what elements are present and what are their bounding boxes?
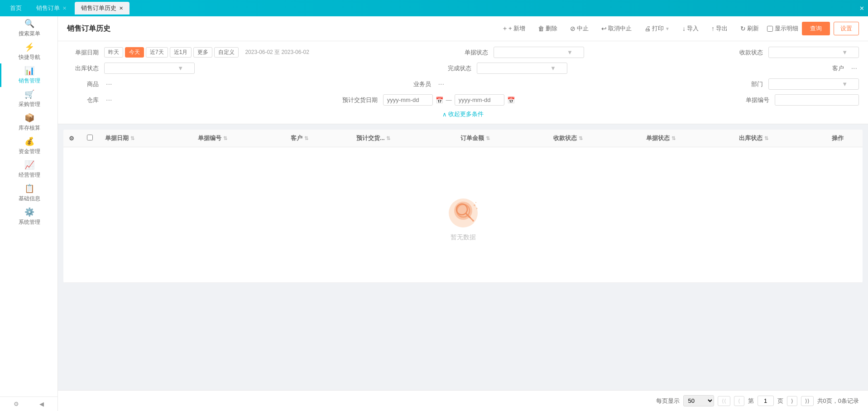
top-right-actions: ✕ — [859, 5, 864, 12]
date-btn-yesterday[interactable]: 昨天 — [104, 47, 123, 58]
col-outbound-status-sort-icon[interactable]: ⇅ — [764, 135, 768, 141]
col-order-no-sort-icon[interactable]: ⇅ — [223, 135, 227, 141]
query-button[interactable]: 查询 — [802, 22, 830, 35]
warehouse-dotted-btn[interactable]: ··· — [104, 96, 114, 104]
stop-button[interactable]: ⊘ 中止 — [566, 23, 593, 34]
tab-sales-order-close[interactable]: ✕ — [62, 5, 67, 11]
page-size-select[interactable]: 50 10 20 100 — [683, 395, 714, 406]
table-header-row: ⚙ 单据日期 ⇅ 单据编号 ⇅ — [63, 130, 863, 147]
purchase-mgmt-icon: 🛒 — [24, 89, 34, 99]
top-bar: 首页 销售订单 ✕ 销售订单历史 ✕ ✕ — [0, 0, 868, 16]
sidebar-item-operations[interactable]: 📈 经营管理 — [0, 158, 58, 181]
department-label: 部门 — [731, 80, 763, 88]
date-btn-today[interactable]: 今天 — [125, 47, 144, 58]
date-btn-7days[interactable]: 近7天 — [146, 47, 168, 58]
new-button[interactable]: ＋ + 新增 — [497, 23, 530, 34]
date-btn-1month[interactable]: 近1月 — [170, 47, 192, 58]
first-page-button[interactable]: ⟨⟨ — [718, 396, 730, 406]
customer-dotted-btn[interactable]: ··· — [849, 64, 859, 73]
col-checkbox — [82, 130, 100, 147]
finance-icon: 💰 — [24, 136, 34, 146]
sales-mgmt-icon: 📊 — [24, 66, 34, 76]
print-button[interactable]: 🖨 打印 ▼ — [640, 23, 674, 34]
filter-row-warehouse: 仓库 ··· 预计交货日期 📅 — 📅 单据编号 — [67, 94, 859, 106]
select-all-checkbox[interactable] — [87, 135, 93, 140]
import-icon: ↓ — [682, 25, 686, 32]
refresh-button[interactable]: ↻ 刷新 — [736, 23, 763, 34]
delivery-date-start-input[interactable] — [383, 94, 433, 106]
tab-home[interactable]: 首页 — [4, 2, 28, 15]
date-btn-more[interactable]: 更多 — [193, 47, 212, 58]
sidebar-item-finance[interactable]: 💰 资金管理 — [0, 134, 58, 158]
filter-area: 单据日期 昨天 今天 近7天 近1月 更多 自定义 2023-06-02 至 2… — [58, 41, 868, 124]
col-customer: 客户 ⇅ — [285, 130, 351, 147]
tab-sales-order[interactable]: 销售订单 ✕ — [30, 2, 73, 15]
delete-button[interactable]: 🗑 删除 — [533, 23, 562, 34]
sidebar-item-finance-label: 资金管理 — [19, 148, 40, 155]
sidebar-item-quick-nav[interactable]: ⚡ 快捷导航 — [0, 40, 58, 63]
show-detail-checkbox-label[interactable]: 显示明细 — [767, 24, 798, 33]
outbound-status-select[interactable]: ▼ — [104, 63, 195, 74]
show-detail-checkbox[interactable] — [767, 26, 773, 32]
empty-state-row: 暂无数据 — [63, 147, 863, 283]
prev-page-button[interactable]: ⟨ — [734, 396, 744, 406]
pagination-bar: 每页显示 50 10 20 100 ⟨⟨ ⟨ 第 页 ⟩ ⟩⟩ 共0页，0条记录 — [58, 390, 868, 411]
receipt-status-label: 收款状态 — [731, 48, 763, 57]
export-button[interactable]: ↑ 导出 — [707, 23, 732, 34]
page-number-input[interactable] — [758, 396, 774, 406]
sidebar-item-inventory[interactable]: 📦 库存核算 — [0, 111, 58, 134]
delete-icon: 🗑 — [538, 25, 544, 32]
page-size-label: 每页显示 — [656, 397, 680, 405]
col-delivery-date-label: 预计交货... — [356, 135, 385, 141]
sidebar-item-sales-mgmt[interactable]: 📊 销售管理 — [0, 63, 58, 87]
system-mgmt-icon: ⚙️ — [24, 207, 34, 217]
empty-state-illustration — [441, 188, 486, 233]
sidebar-item-system-mgmt[interactable]: ⚙️ 系统管理 — [0, 205, 58, 228]
cancel-stop-button[interactable]: ↩ 取消中止 — [597, 23, 636, 34]
col-receipt-status-sort-icon[interactable]: ⇅ — [579, 135, 583, 141]
order-no-input[interactable] — [775, 94, 859, 106]
sidebar-item-basic-info[interactable]: 📋 基础信息 — [0, 181, 58, 205]
receipt-status-select[interactable]: ▼ — [768, 47, 859, 58]
sidebar-item-search-menu[interactable]: 🔍 搜索菜单 — [0, 16, 58, 40]
col-order-status-sort-icon[interactable]: ⇅ — [671, 135, 676, 141]
department-select[interactable]: ▼ — [768, 78, 859, 90]
empty-state: 暂无数据 — [69, 152, 857, 278]
print-icon: 🖨 — [644, 25, 651, 32]
filter-row-outbound: 出库状态 ▼ 完成状态 ▼ 客户 ··· — [67, 63, 859, 74]
col-amount-sort-icon[interactable]: ⇅ — [486, 135, 490, 141]
export-icon: ↑ — [711, 25, 715, 32]
sidebar-collapse-icon[interactable]: ◀ — [39, 401, 44, 407]
complete-status-select[interactable]: ▼ — [477, 63, 567, 74]
sidebar-item-purchase-mgmt-label: 采购管理 — [19, 101, 40, 108]
sidebar-item-purchase-mgmt[interactable]: 🛒 采购管理 — [0, 87, 58, 111]
tab-sales-order-history-close[interactable]: ✕ — [119, 5, 123, 11]
col-date-sort-icon[interactable]: ⇅ — [130, 135, 134, 141]
window-close-button[interactable]: ✕ — [859, 5, 864, 12]
delivery-date-end-calendar-icon[interactable]: 📅 — [507, 97, 515, 104]
sidebar: 🔍 搜索菜单 ⚡ 快捷导航 📊 销售管理 🛒 采购管理 📦 库存核算 💰 资金管… — [0, 16, 58, 411]
delivery-date-end-input[interactable] — [455, 94, 504, 106]
empty-text: 暂无数据 — [451, 233, 476, 242]
delivery-date-start-calendar-icon[interactable]: 📅 — [436, 97, 443, 104]
salesperson-dotted-btn[interactable]: ··· — [436, 80, 446, 88]
empty-state-cell: 暂无数据 — [63, 147, 863, 283]
sidebar-bottom: ⚙ ◀ — [0, 396, 58, 411]
table-settings-icon[interactable]: ⚙ — [69, 135, 74, 142]
refresh-icon: ↻ — [740, 25, 746, 32]
table-area: ⚙ 单据日期 ⇅ 单据编号 ⇅ — [58, 124, 868, 390]
col-delivery-date-sort-icon[interactable]: ⇅ — [386, 135, 390, 141]
collapse-label: 收起更多条件 — [448, 110, 484, 118]
next-page-button[interactable]: ⟩ — [787, 396, 797, 406]
last-page-button[interactable]: ⟩⟩ — [801, 396, 814, 406]
goods-dotted-btn[interactable]: ··· — [104, 80, 114, 88]
date-btn-custom[interactable]: 自定义 — [214, 47, 239, 58]
col-customer-sort-icon[interactable]: ⇅ — [304, 135, 308, 141]
sidebar-settings-icon[interactable]: ⚙ — [14, 401, 19, 407]
settings-button[interactable]: 设置 — [834, 22, 859, 35]
collapse-btn[interactable]: ∧ 收起更多条件 — [67, 110, 859, 118]
order-status-select[interactable]: ▼ — [494, 47, 584, 58]
import-button[interactable]: ↓ 导入 — [678, 23, 703, 34]
tab-sales-order-history[interactable]: 销售订单历史 ✕ — [75, 2, 129, 15]
complete-status-label: 完成状态 — [440, 64, 471, 73]
